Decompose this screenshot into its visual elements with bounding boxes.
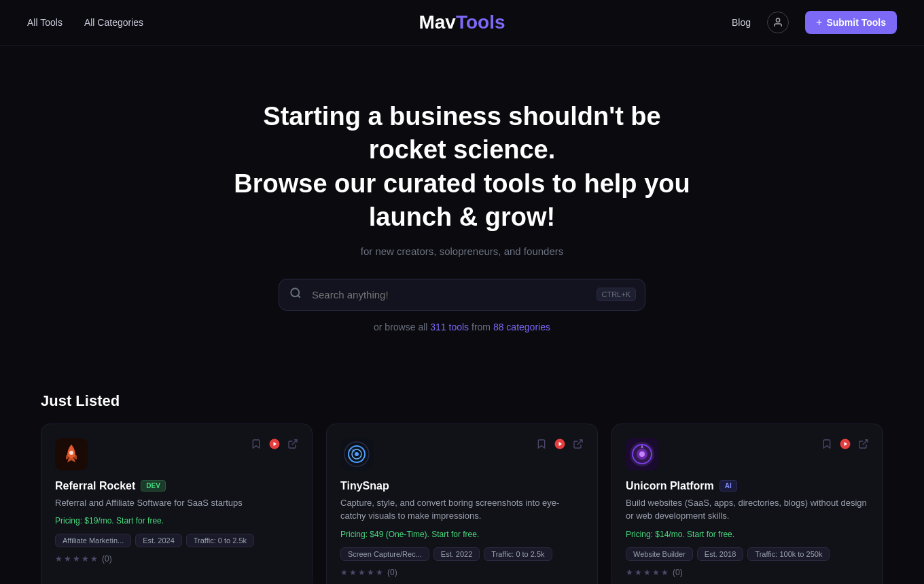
search-input[interactable]	[279, 279, 645, 311]
tag-traffic-tinysnap[interactable]: Traffic: 0 to 2.5k	[484, 547, 552, 561]
external-link-icon-tinysnap[interactable]	[573, 439, 584, 452]
external-link-icon-unicorn[interactable]	[858, 439, 869, 452]
star-5: ★	[90, 554, 98, 564]
card-pricing-unicorn: Pricing: $14/mo. Start for free.	[626, 530, 869, 539]
hero-title-line1: Starting a business shouldn't be rocket …	[263, 102, 660, 164]
stars-referral: ★ ★ ★ ★ ★	[55, 554, 98, 564]
card-title-row-tinysnap: TinySnap	[340, 480, 584, 492]
search-icon	[289, 287, 302, 302]
tag-traffic-unicorn[interactable]: Traffic: 100k to 250k	[747, 547, 830, 561]
svg-line-5	[292, 440, 297, 445]
svg-point-9	[355, 452, 359, 456]
star-5: ★	[661, 568, 669, 577]
badge-dev-referral: DEV	[141, 480, 166, 492]
svg-point-17	[639, 451, 645, 457]
bookmark-icon-unicorn[interactable]	[821, 439, 832, 452]
nav-left: All Tools All Categories	[27, 17, 143, 28]
nav-all-categories[interactable]: All Categories	[84, 17, 143, 28]
browse-line: or browse all 311 tools from 88 categori…	[27, 322, 897, 332]
star-1: ★	[626, 568, 633, 577]
card-desc-tinysnap: Capture, style, and convert boring scree…	[340, 496, 584, 523]
just-listed-title: Just Listed	[41, 392, 883, 410]
site-logo[interactable]: MavTools	[419, 12, 505, 33]
just-listed-section: Just Listed	[0, 392, 924, 584]
bookmark-icon-tinysnap[interactable]	[536, 439, 547, 452]
logo-mav-text: Mav	[419, 12, 455, 33]
nav-blog-link[interactable]: Blog	[732, 17, 751, 28]
card-pricing-referral: Pricing: $19/mo. Start for free.	[55, 516, 298, 526]
card-tinysnap[interactable]: TinySnap Capture, style, and convert bor…	[326, 424, 598, 584]
logo-tools-text: Tools	[456, 12, 505, 33]
star-1: ★	[55, 554, 63, 564]
play-icon-tinysnap[interactable]	[554, 438, 566, 453]
hero-section: Starting a business shouldn't be rocket …	[0, 46, 924, 392]
tag-est-2024[interactable]: Est. 2024	[135, 534, 181, 547]
cards-grid: Referral Rocket DEV Referral and Affilia…	[41, 424, 883, 584]
card-actions-referral	[251, 438, 298, 453]
star-3: ★	[643, 568, 651, 577]
card-name-unicorn: Unicorn Platform	[626, 480, 714, 492]
card-tags-unicorn: Website Builder Est. 2018 Traffic: 100k …	[626, 547, 869, 561]
bookmark-icon-referral[interactable]	[251, 439, 262, 452]
svg-point-1	[291, 288, 299, 296]
star-2: ★	[64, 554, 71, 564]
tinysnap-logo	[340, 438, 373, 470]
card-pricing-tinysnap: Pricing: $49 (One-Time). Start for free.	[340, 530, 584, 539]
tag-affiliate[interactable]: Affiliate Marketin...	[55, 534, 131, 547]
card-actions-tinysnap	[536, 438, 584, 453]
search-keyboard-shortcut: CTRL+K	[597, 288, 637, 301]
card-unicorn-platform[interactable]: Unicorn Platform AI Build websites (SaaS…	[611, 424, 883, 584]
stars-unicorn: ★ ★ ★ ★ ★	[626, 568, 669, 577]
rating-count-tinysnap: (0)	[387, 568, 397, 577]
card-title-row-unicorn: Unicorn Platform AI	[626, 480, 869, 492]
hero-title-line2: Browse our curated tools to help you lau…	[234, 169, 690, 231]
play-icon-unicorn[interactable]	[839, 438, 851, 453]
submit-tools-label: Submit Tools	[826, 17, 886, 28]
tools-count-link[interactable]: 311 tools	[430, 322, 469, 332]
tag-website-builder[interactable]: Website Builder	[626, 547, 693, 561]
external-link-icon-referral[interactable]	[287, 439, 298, 452]
hero-title: Starting a business shouldn't be rocket …	[224, 100, 700, 235]
categories-count-link[interactable]: 88 categories	[493, 322, 550, 332]
nav-right: Blog + Submit Tools	[732, 11, 897, 34]
star-4: ★	[652, 568, 660, 577]
hero-subtitle: for new creators, solopreneurs, and foun…	[27, 245, 897, 257]
card-rating-unicorn: ★ ★ ★ ★ ★ (0)	[626, 568, 869, 577]
star-2: ★	[635, 568, 642, 577]
star-5: ★	[376, 568, 383, 577]
card-referral-rocket[interactable]: Referral Rocket DEV Referral and Affilia…	[41, 424, 313, 584]
rating-count-referral: (0)	[102, 554, 112, 564]
unicorn-platform-logo	[626, 438, 658, 470]
card-top-unicorn	[626, 438, 869, 470]
card-title-row-referral: Referral Rocket DEV	[55, 480, 298, 492]
nav-all-tools[interactable]: All Tools	[27, 17, 63, 28]
submit-tools-button[interactable]: + Submit Tools	[805, 11, 897, 34]
card-rating-tinysnap: ★ ★ ★ ★ ★ (0)	[340, 568, 584, 577]
star-3: ★	[358, 568, 366, 577]
rating-count-unicorn: (0)	[673, 568, 683, 577]
browse-prefix: or browse all	[374, 322, 427, 332]
tag-est-2018[interactable]: Est. 2018	[697, 547, 743, 561]
star-4: ★	[82, 554, 89, 564]
svg-line-20	[863, 440, 868, 445]
card-name-referral: Referral Rocket	[55, 480, 135, 492]
search-container: CTRL+K	[279, 279, 645, 311]
star-4: ★	[367, 568, 374, 577]
card-actions-unicorn	[821, 438, 869, 453]
tag-screen-capture[interactable]: Screen Capture/Rec...	[340, 547, 429, 561]
browse-from: from	[472, 322, 493, 332]
tag-est-2022[interactable]: Est. 2022	[433, 547, 480, 561]
star-2: ★	[349, 568, 357, 577]
svg-line-13	[578, 440, 582, 445]
plus-icon: +	[816, 16, 822, 29]
user-avatar-button[interactable]	[767, 12, 789, 33]
card-tags-tinysnap: Screen Capture/Rec... Est. 2022 Traffic:…	[340, 547, 584, 561]
navbar: All Tools All Categories MavTools Blog +…	[0, 0, 924, 46]
tag-traffic-referral[interactable]: Traffic: 0 to 2.5k	[186, 534, 254, 547]
card-name-tinysnap: TinySnap	[340, 480, 389, 492]
stars-tinysnap: ★ ★ ★ ★ ★	[340, 568, 383, 577]
play-icon-referral[interactable]	[268, 438, 281, 453]
svg-point-0	[776, 18, 779, 22]
star-3: ★	[73, 554, 80, 564]
card-top-referral	[55, 438, 298, 470]
